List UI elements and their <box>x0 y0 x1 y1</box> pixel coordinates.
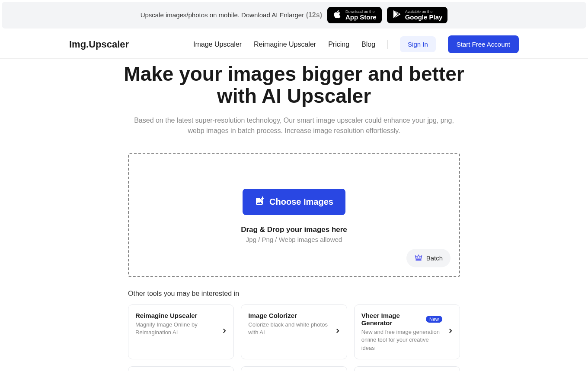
tool-card-title: Image Colorizer <box>248 312 329 319</box>
nav-reimagine[interactable]: Reimagine Upscaler <box>254 41 316 48</box>
promo-countdown: (12s) <box>306 11 322 19</box>
tool-card[interactable]: Image Resize BatchBatch resize hundreds … <box>241 366 347 371</box>
upload-dropzone[interactable]: Choose Images Drag & Drop your images he… <box>128 153 460 277</box>
chevron-right-icon <box>220 327 228 336</box>
nav-blog[interactable]: Blog <box>361 41 375 48</box>
googleplay-badge[interactable]: Available on the Google Play <box>387 7 448 23</box>
tool-card-description: Colorize black and white photos with AI <box>248 321 329 336</box>
apple-icon <box>332 10 342 21</box>
tool-card[interactable]: Free Image ConverterConvert any image fo… <box>354 366 460 371</box>
main-nav: Image Upscaler Reimagine Upscaler Pricin… <box>193 35 519 53</box>
other-tools-section: Other tools you may be interested in Rei… <box>128 290 460 371</box>
nav-divider <box>387 40 388 49</box>
header: Img.Upscaler Image Upscaler Reimagine Up… <box>0 30 588 59</box>
hero: Make your images bigger and better with … <box>0 59 588 136</box>
start-free-button[interactable]: Start Free Account <box>448 35 519 53</box>
logo[interactable]: Img.Upscaler <box>69 39 129 50</box>
drag-drop-text: Drag & Drop your images here <box>137 225 451 234</box>
chevron-right-icon <box>334 327 342 336</box>
choose-images-label: Choose Images <box>269 197 333 207</box>
tool-card-description: Magnify Image Online by Reimagination AI <box>135 321 216 336</box>
tool-card-description: New and free image generation online too… <box>361 328 442 352</box>
tools-heading: Other tools you may be interested in <box>128 290 460 298</box>
promo-text: Upscale images/photos on mobile. Downloa… <box>141 11 322 19</box>
google-play-icon <box>392 10 402 21</box>
promo-bar: Upscale images/photos on mobile. Downloa… <box>2 2 586 29</box>
nav-pricing[interactable]: Pricing <box>328 41 349 48</box>
tool-card-title: Reimagine Upscaler <box>135 312 216 319</box>
image-add-icon <box>255 196 265 208</box>
tool-card[interactable]: Vheer Image GeneratorNewNew and free ima… <box>354 304 460 359</box>
tool-card[interactable]: Reimagine UpscalerMagnify Image Online b… <box>128 304 234 359</box>
allowed-formats-text: Jpg / Png / Webp images allowed <box>137 236 451 243</box>
crown-icon <box>414 253 423 263</box>
tool-card-title: Vheer Image GeneratorNew <box>361 312 442 327</box>
hero-title: Make your images bigger and better with … <box>121 63 467 107</box>
hero-description: Based on the latest super-resolution tec… <box>130 115 458 136</box>
chevron-right-icon <box>447 327 454 336</box>
tool-card[interactable]: Image ColorizerColorize black and white … <box>241 304 347 359</box>
appstore-badge[interactable]: Download on the App Store <box>327 7 382 23</box>
batch-button[interactable]: Batch <box>406 249 451 267</box>
choose-images-button[interactable]: Choose Images <box>243 189 345 215</box>
nav-image-upscaler[interactable]: Image Upscaler <box>193 41 242 48</box>
new-badge: New <box>426 316 442 323</box>
tools-grid: Reimagine UpscalerMagnify Image Online b… <box>128 304 460 371</box>
batch-label: Batch <box>426 254 443 262</box>
tool-card[interactable]: Object RemoverRemove objects and waterma… <box>128 366 234 371</box>
signin-button[interactable]: Sign In <box>400 36 436 52</box>
